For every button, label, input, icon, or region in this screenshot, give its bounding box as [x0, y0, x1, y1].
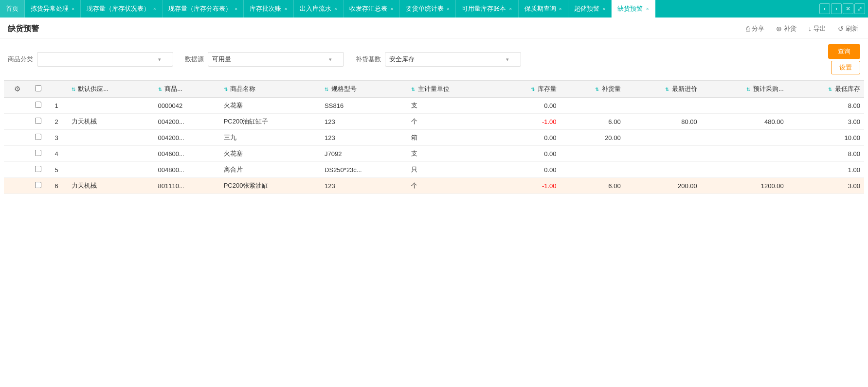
- export-button[interactable]: ↓ 导出: [806, 23, 828, 34]
- row-replenish-qty: [561, 98, 625, 114]
- close-tab-inventory-status[interactable]: ×: [153, 6, 156, 12]
- datasource-select[interactable]: 可用量 ▾: [208, 52, 344, 67]
- nav-tab-inout-flow[interactable]: 出入库流水 ×: [294, 0, 344, 18]
- nav-tab-home[interactable]: 首页: [0, 0, 25, 18]
- row-checkbox-cell[interactable]: [31, 130, 46, 146]
- nav-prev-button[interactable]: ‹: [819, 3, 830, 14]
- row-number: 2: [46, 114, 68, 130]
- category-select[interactable]: ▾: [37, 52, 173, 67]
- row-product-name: 火花塞: [220, 98, 321, 114]
- header-actions: ⎙ 分享 ⊕ 补货 ↓ 导出 ↺ 刷新: [744, 23, 860, 34]
- close-tab-overstock-warn[interactable]: ×: [602, 6, 605, 12]
- row-number: 1: [46, 98, 68, 114]
- row-gear-cell: [4, 114, 31, 130]
- replenish-base-value: 安全库存: [389, 55, 415, 64]
- close-tab-receive-summary[interactable]: ×: [390, 6, 393, 12]
- row-checkbox[interactable]: [35, 182, 41, 188]
- nav-next-button[interactable]: ›: [831, 3, 842, 14]
- close-tab-shortage-warn[interactable]: ×: [646, 6, 649, 12]
- table-row: 1 0000042 火花塞 SS816 支 0.00 8.00: [4, 98, 864, 114]
- row-checkbox-cell[interactable]: [31, 98, 46, 114]
- refresh-button[interactable]: ↺ 刷新: [836, 23, 860, 34]
- nav-tab-available-ledger[interactable]: 可用量库存账本 ×: [456, 0, 518, 18]
- row-number: 6: [46, 178, 68, 194]
- close-tab-inventory-dist[interactable]: ×: [235, 6, 237, 12]
- row-latest-price: 200.00: [625, 178, 701, 194]
- sort-icon-replenish: ⇅: [595, 87, 599, 92]
- nav-tab-overstock-warn[interactable]: 超储预警 ×: [568, 0, 612, 18]
- share-icon: ⎙: [746, 25, 750, 33]
- col-product-name[interactable]: ⇅ 商品名称: [220, 81, 321, 98]
- nav-tab-receive-summary[interactable]: 收发存汇总表 ×: [344, 0, 399, 18]
- row-replenish-qty: [561, 146, 625, 162]
- row-spec: J7092: [321, 146, 407, 162]
- col-gear[interactable]: ⚙: [4, 81, 31, 98]
- nav-tab-inventory-status[interactable]: 现存量（库存状况表） ×: [81, 0, 162, 18]
- nav-tab-expiry-query[interactable]: 保质期查询 ×: [519, 0, 568, 18]
- row-estimated-purchase: [701, 146, 788, 162]
- replenish-button[interactable]: ⊕ 补货: [774, 23, 798, 34]
- row-supplier: 力天机械: [68, 114, 154, 130]
- share-button[interactable]: ⎙ 分享: [744, 23, 766, 34]
- row-checkbox[interactable]: [35, 118, 41, 124]
- close-tab-demand-stat[interactable]: ×: [447, 6, 450, 12]
- row-checkbox[interactable]: [35, 166, 41, 172]
- replenish-icon: ⊕: [776, 25, 782, 33]
- row-min-stock: 3.00: [788, 114, 864, 130]
- nav-tab-batch-account[interactable]: 库存批次账 ×: [244, 0, 293, 18]
- row-checkbox-cell[interactable]: [31, 146, 46, 162]
- col-unit[interactable]: ⇅ 主计量单位: [407, 81, 496, 98]
- gear-icon[interactable]: ⚙: [14, 85, 20, 93]
- close-tab-inout-flow[interactable]: ×: [334, 6, 337, 12]
- close-tab-expiry-query[interactable]: ×: [559, 6, 562, 12]
- table-row: 2 力天机械 004200... PC200油缸缸子 123 个 -1.00 6…: [4, 114, 864, 130]
- close-tab-available-ledger[interactable]: ×: [509, 6, 512, 12]
- sort-icon-supplier: ⇅: [72, 87, 75, 92]
- row-stock-qty: 0.00: [496, 162, 560, 178]
- nav-tab-shortage-warn[interactable]: 缺货预警 ×: [612, 0, 655, 18]
- category-label: 商品分类: [8, 55, 33, 64]
- col-product-code[interactable]: ⇅ 商品...: [154, 81, 220, 98]
- nav-tab-demand-stat[interactable]: 要货单统计表 ×: [400, 0, 456, 18]
- row-stock-qty: -1.00: [496, 178, 560, 194]
- col-replenish-qty[interactable]: ⇅ 补货量: [561, 81, 625, 98]
- nav-tab-inventory-dist[interactable]: 现存量（库存分布表） ×: [163, 0, 244, 18]
- close-tab-batch-account[interactable]: ×: [284, 6, 287, 12]
- col-default-supplier[interactable]: ⇅ 默认供应...: [68, 81, 154, 98]
- row-unit: 个: [407, 114, 496, 130]
- col-min-stock[interactable]: ⇅ 最低库存: [788, 81, 864, 98]
- col-checkbox-all[interactable]: [31, 81, 46, 98]
- sort-icon-name: ⇅: [224, 87, 228, 92]
- row-supplier: [68, 146, 154, 162]
- select-all-checkbox[interactable]: [35, 85, 41, 91]
- col-spec[interactable]: ⇅ 规格型号: [321, 81, 407, 98]
- nav-close-button[interactable]: ✕: [843, 3, 853, 14]
- nav-expand-button[interactable]: ⤢: [854, 3, 865, 14]
- row-replenish-qty: 6.00: [561, 114, 625, 130]
- replenish-base-select[interactable]: 安全库存 ▾: [385, 52, 521, 67]
- query-button[interactable]: 查询: [828, 44, 860, 59]
- row-gear-cell: [4, 178, 31, 194]
- row-checkbox-cell[interactable]: [31, 162, 46, 178]
- shortage-table: ⚙ ⇅ 默认供应... ⇅ 商品... ⇅: [4, 80, 864, 194]
- row-latest-price: [625, 146, 701, 162]
- row-checkbox-cell[interactable]: [31, 114, 46, 130]
- col-stock-qty[interactable]: ⇅ 库存量: [496, 81, 560, 98]
- col-estimated-purchase[interactable]: ⇅ 预计采购...: [701, 81, 788, 98]
- row-checkbox[interactable]: [35, 134, 41, 140]
- settings-button[interactable]: 设置: [831, 61, 860, 74]
- row-product-code: 004600...: [154, 146, 220, 162]
- row-estimated-purchase: [701, 162, 788, 178]
- row-unit: 支: [407, 146, 496, 162]
- nav-tab-exception[interactable]: 拣货异常处理 ×: [25, 0, 81, 18]
- table-body: 1 0000042 火花塞 SS816 支 0.00 8.00 2 力天机械 0…: [4, 98, 864, 194]
- datasource-value: 可用量: [212, 55, 231, 64]
- row-checkbox-cell[interactable]: [31, 178, 46, 194]
- col-latest-price[interactable]: ⇅ 最新进价: [625, 81, 701, 98]
- row-min-stock: 1.00: [788, 162, 864, 178]
- row-checkbox[interactable]: [35, 150, 41, 156]
- row-checkbox[interactable]: [35, 102, 41, 108]
- close-tab-exception[interactable]: ×: [72, 6, 74, 12]
- row-product-code: 004800...: [154, 162, 220, 178]
- row-replenish-qty: 20.00: [561, 130, 625, 146]
